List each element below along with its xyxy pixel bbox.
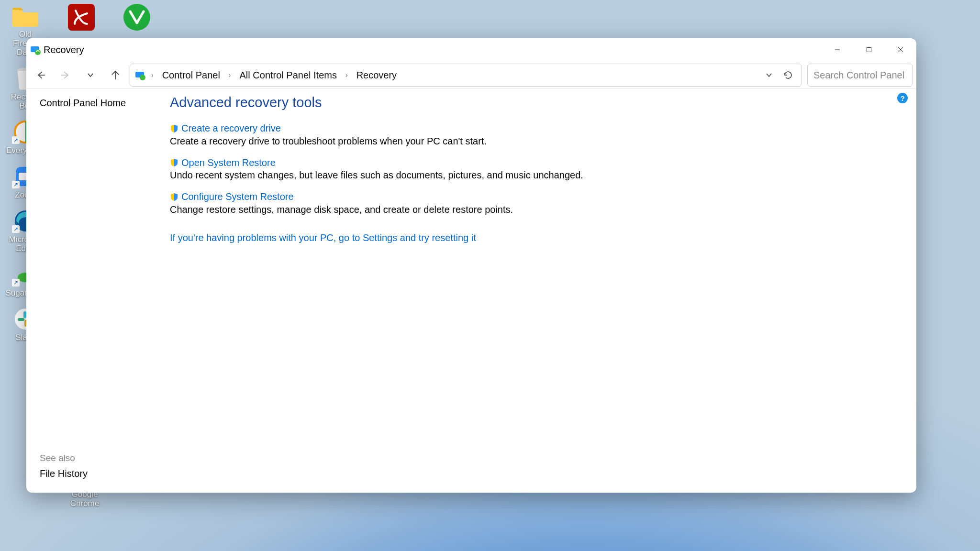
shortcut-badge: ↗: [12, 225, 20, 233]
breadcrumb-sep: ›: [227, 71, 233, 79]
arrow-left-icon: [35, 70, 46, 80]
svg-point-12: [123, 4, 150, 31]
address-bar: › Control Panel › All Control Panel Item…: [26, 61, 916, 89]
search-box[interactable]: [807, 64, 913, 87]
tool-link-text: Configure System Restore: [181, 191, 294, 202]
shortcut-badge: ↗: [12, 181, 20, 188]
close-icon: [898, 47, 903, 53]
tool-description: Change restore settings, manage disk spa…: [170, 204, 897, 215]
tool-item: Create a recovery driveCreate a recovery…: [170, 123, 897, 147]
arrow-up-icon: [110, 70, 121, 80]
breadcrumb-recovery[interactable]: Recovery: [354, 69, 400, 82]
page-heading: Advanced recovery tools: [170, 95, 897, 110]
recent-locations-button[interactable]: [80, 65, 101, 86]
breadcrumb-sep: ›: [149, 71, 156, 79]
svg-rect-16: [867, 48, 871, 52]
close-button[interactable]: [885, 38, 916, 61]
maximize-button[interactable]: [853, 38, 885, 61]
sidebar-home-link[interactable]: Control Panel Home: [40, 98, 170, 109]
reset-pc-link[interactable]: If you're having problems with your PC, …: [170, 232, 476, 243]
shortcut-badge: ↗: [12, 279, 20, 287]
refresh-icon: [783, 70, 793, 80]
content-area: ? Advanced recovery tools Create a recov…: [170, 89, 916, 493]
control-panel-window: Recovery: [26, 38, 916, 493]
desktop-icon-acrobat[interactable]: [66, 2, 97, 33]
acrobat-icon: [66, 2, 97, 33]
shortcut-badge: ↗: [12, 136, 20, 144]
address-dropdown-button[interactable]: [761, 67, 777, 83]
sidebar: Control Panel Home See also File History: [26, 89, 170, 493]
tool-link-0[interactable]: Create a recovery drive: [170, 123, 281, 134]
address-box[interactable]: › Control Panel › All Control Panel Item…: [130, 64, 802, 87]
file-history-link[interactable]: File History: [40, 468, 170, 479]
control-panel-icon: [135, 70, 145, 80]
tool-link-text: Create a recovery drive: [181, 123, 281, 134]
svg-rect-8: [18, 318, 24, 321]
shield-icon: [170, 124, 178, 133]
tool-item: Configure System RestoreChange restore s…: [170, 191, 897, 215]
breadcrumb-control-panel[interactable]: Control Panel: [159, 69, 223, 82]
tool-link-text: Open System Restore: [181, 157, 276, 168]
refresh-button[interactable]: [780, 67, 796, 83]
forward-button[interactable]: [55, 65, 76, 86]
chevron-down-icon: [87, 72, 94, 78]
window-body: Control Panel Home See also File History…: [26, 89, 916, 493]
maximize-icon: [866, 47, 872, 53]
breadcrumb-sep: ›: [344, 71, 350, 79]
shield-icon: [170, 158, 178, 167]
back-button[interactable]: [30, 65, 51, 86]
breadcrumb-all-items[interactable]: All Control Panel Items: [237, 69, 340, 82]
window-app-icon: [30, 44, 41, 55]
tool-link-2[interactable]: Configure System Restore: [170, 191, 294, 202]
window-title: Recovery: [44, 44, 84, 55]
svg-point-14: [35, 49, 41, 55]
desktop-icon-veeam[interactable]: [122, 2, 152, 33]
see-also-heading: See also: [40, 453, 170, 463]
title-left: Recovery: [30, 44, 84, 55]
shield-icon: [170, 193, 178, 201]
minimize-icon: [835, 47, 840, 53]
titlebar[interactable]: Recovery: [26, 38, 916, 61]
tool-description: Create a recovery drive to troubleshoot …: [170, 136, 897, 147]
folder-icon: [11, 3, 40, 29]
svg-rect-11: [68, 4, 95, 31]
arrow-right-icon: [60, 70, 71, 80]
tool-item: Open System RestoreUndo recent system ch…: [170, 157, 897, 181]
search-input[interactable]: [813, 70, 916, 81]
window-controls: [822, 38, 916, 61]
minimize-button[interactable]: [822, 38, 853, 61]
up-button[interactable]: [105, 65, 126, 86]
svg-point-23: [140, 75, 145, 80]
tool-description: Undo recent system changes, but leave fi…: [170, 170, 897, 181]
help-button[interactable]: ?: [897, 93, 908, 103]
chevron-down-icon: [766, 72, 772, 78]
veeam-icon: [122, 2, 152, 33]
tool-link-1[interactable]: Open System Restore: [170, 157, 276, 168]
